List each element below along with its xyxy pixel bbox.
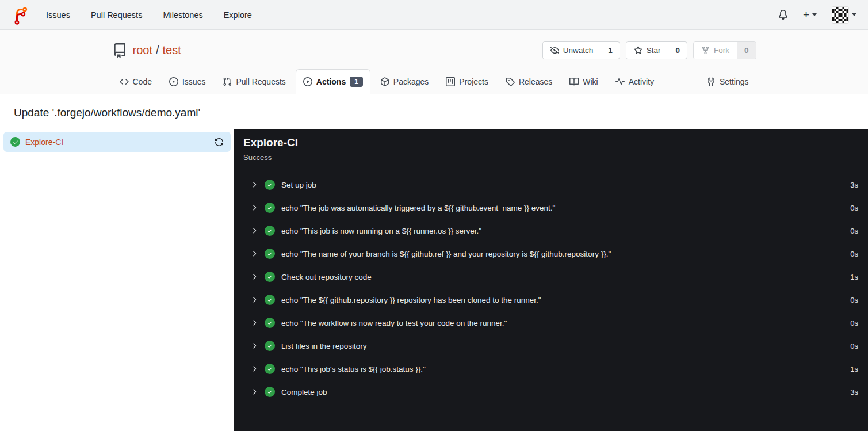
tab-label: Pull Requests [236, 77, 285, 86]
chevron-right-icon[interactable] [250, 342, 258, 350]
package-icon [380, 77, 389, 86]
nav-item-explore[interactable]: Explore [224, 10, 252, 20]
tab-actions[interactable]: Actions 1 [296, 69, 370, 94]
repo-title-row: root / test Unwatch 1 Star 0 [112, 30, 756, 69]
issue-opened-icon [169, 77, 178, 86]
user-menu[interactable] [832, 6, 856, 24]
book-icon [569, 77, 579, 86]
tab-projects[interactable]: Projects [438, 69, 496, 94]
tools-icon [706, 77, 716, 86]
step-name: echo "The ${{ github.repository }} repos… [281, 296, 541, 304]
step-duration: 1s [850, 365, 858, 373]
step-row[interactable]: Complete job 3s [234, 380, 868, 403]
star-button[interactable]: Star [626, 42, 668, 59]
tab-wiki[interactable]: Wiki [562, 69, 605, 94]
star-label: Star [647, 46, 661, 55]
step-row[interactable]: echo "The job was automatically triggere… [234, 196, 868, 219]
rerun-sync-icon[interactable] [215, 138, 224, 147]
step-name: echo "This job's status is ${{ job.statu… [281, 365, 426, 373]
forks-count: 0 [737, 42, 756, 59]
avatar-identicon [832, 6, 849, 24]
chevron-right-icon[interactable] [250, 227, 258, 235]
step-row[interactable]: echo "The workflow is now ready to test … [234, 311, 868, 334]
tab-settings[interactable]: Settings [699, 69, 756, 94]
job-name: Explore-CI [25, 138, 63, 147]
step-name: echo "The job was automatically triggere… [281, 204, 555, 212]
chevron-down-icon [852, 13, 856, 16]
notifications-bell-icon[interactable] [778, 10, 788, 20]
tab-packages[interactable]: Packages [373, 69, 436, 94]
job-item-explore-ci[interactable]: Explore-CI [3, 132, 231, 152]
stars-count[interactable]: 0 [668, 42, 687, 59]
success-check-icon [265, 180, 275, 190]
tab-activity[interactable]: Activity [608, 69, 661, 94]
tab-pull-requests[interactable]: Pull Requests [215, 69, 293, 94]
tab-label: Issues [182, 77, 205, 86]
chevron-right-icon[interactable] [250, 181, 258, 189]
job-log-panel: Explore-CI Success Set up job 3s echo "T… [234, 129, 868, 431]
step-duration: 0s [850, 342, 858, 350]
steps-list: Set up job 3s echo "The job was automati… [234, 169, 868, 403]
unwatch-button-group: Unwatch 1 [542, 41, 620, 59]
nav-item-issues[interactable]: Issues [46, 10, 70, 20]
step-duration: 0s [850, 250, 858, 258]
top-navbar: Issues Pull Requests Milestones Explore … [0, 0, 868, 30]
step-name: echo "This job is now running on a ${{ r… [281, 227, 481, 235]
git-pull-request-icon [223, 77, 232, 86]
success-check-icon [265, 295, 275, 305]
tab-label: Actions [316, 77, 346, 86]
step-name: echo "The name of your branch is ${{ git… [281, 250, 611, 258]
nav-item-milestones[interactable]: Milestones [163, 10, 202, 20]
chevron-right-icon[interactable] [250, 296, 258, 304]
step-duration: 0s [850, 204, 858, 212]
chevron-right-icon[interactable] [250, 388, 258, 396]
step-duration: 3s [850, 388, 858, 396]
tab-label: Releases [519, 77, 552, 86]
fork-label: Fork [714, 46, 729, 55]
unwatch-button[interactable]: Unwatch [543, 42, 601, 59]
success-check-icon [265, 249, 275, 259]
step-duration: 0s [850, 296, 858, 304]
chevron-down-icon [812, 13, 817, 16]
step-duration: 0s [850, 319, 858, 327]
code-icon [120, 77, 129, 86]
repo-owner-link[interactable]: root [133, 44, 152, 57]
navbar-right: + [778, 6, 856, 24]
chevron-right-icon[interactable] [250, 365, 258, 373]
step-row[interactable]: echo "This job's status is ${{ job.statu… [234, 357, 868, 380]
step-duration: 1s [850, 273, 858, 281]
forgejo-logo-icon[interactable] [12, 5, 31, 25]
tab-label: Wiki [583, 77, 598, 86]
step-row[interactable]: echo "The name of your branch is ${{ git… [234, 242, 868, 265]
step-duration: 3s [850, 181, 858, 189]
step-row[interactable]: Check out repository code 1s [234, 265, 868, 288]
star-button-group: Star 0 [626, 41, 687, 59]
nav-item-pull-requests[interactable]: Pull Requests [91, 10, 142, 20]
chevron-right-icon[interactable] [250, 319, 258, 327]
step-row[interactable]: echo "This job is now running on a ${{ r… [234, 219, 868, 242]
chevron-right-icon[interactable] [250, 273, 258, 281]
step-row[interactable]: Set up job 3s [234, 173, 868, 196]
fork-button[interactable]: Fork [694, 42, 737, 59]
repo-name-link[interactable]: test [163, 44, 181, 57]
job-status-text: Success [243, 153, 859, 162]
success-check-icon [265, 341, 275, 351]
chevron-right-icon[interactable] [250, 250, 258, 258]
create-new-menu[interactable]: + [803, 9, 817, 20]
watchers-count[interactable]: 1 [601, 42, 620, 59]
step-row[interactable]: List files in the repository 0s [234, 334, 868, 357]
repo-header: root / test Unwatch 1 Star 0 [0, 30, 868, 94]
repo-breadcrumb: root / test [133, 44, 181, 57]
step-name: echo "The workflow is now ready to test … [281, 319, 507, 327]
fork-button-group: Fork 0 [693, 41, 756, 59]
pulse-icon [615, 77, 625, 86]
success-check-icon [265, 226, 275, 236]
repo-book-icon [112, 43, 127, 58]
tab-releases[interactable]: Releases [498, 69, 560, 94]
unwatch-label: Unwatch [563, 46, 594, 55]
step-name: Complete job [281, 388, 327, 396]
step-row[interactable]: echo "The ${{ github.repository }} repos… [234, 288, 868, 311]
tab-code[interactable]: Code [112, 69, 159, 94]
chevron-right-icon[interactable] [250, 204, 258, 212]
tab-issues[interactable]: Issues [162, 69, 213, 94]
